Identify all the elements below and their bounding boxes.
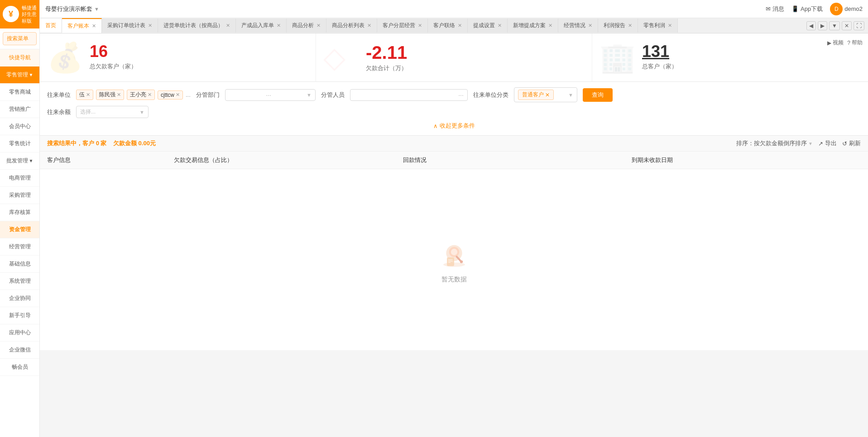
sidebar-item-retail-mgmt[interactable]: 零售管理 ▼: [0, 66, 39, 84]
inventory-label: 库存核算: [9, 209, 31, 216]
tab-new-promotion-plan-close[interactable]: ✕: [548, 23, 552, 28]
dept-filter-select[interactable]: ··· ▼: [225, 89, 316, 101]
person-filter-select[interactable]: ···: [350, 89, 468, 101]
tab-home[interactable]: 首页: [40, 19, 62, 33]
help-icon: ?: [847, 40, 850, 46]
org-selector[interactable]: 母婴行业演示帐套 ▼: [45, 5, 99, 13]
query-button[interactable]: 查询: [583, 88, 613, 102]
tab-retail-profit-close[interactable]: ✕: [668, 23, 672, 28]
category-tag-close[interactable]: ✕: [545, 92, 550, 98]
tab-profit-report[interactable]: 利润报告 ✕: [598, 19, 638, 33]
sidebar-item-finance[interactable]: 资金管理: [0, 221, 39, 238]
sidebar-item-retail-stats[interactable]: 零售统计: [0, 135, 39, 152]
sidebar-item-member-center[interactable]: 会员中心: [0, 118, 39, 135]
filter-tag-2-close[interactable]: ✕: [117, 92, 121, 98]
filter-tag-1[interactable]: 伍 ✕: [76, 90, 93, 100]
tab-bar-controls: ◀ ▶ ▼ ✕ ⛶: [803, 21, 868, 30]
sidebar-item-retail-mall[interactable]: 零售商城: [0, 84, 39, 101]
video-link[interactable]: ▶ 视频: [827, 39, 844, 47]
tab-next-button[interactable]: ▶: [818, 21, 827, 30]
collapse-icon: ∧: [433, 123, 438, 129]
tab-profit-report-label: 利润报告: [604, 22, 625, 29]
app-download-action[interactable]: 📱 App下载: [791, 5, 823, 13]
tab-product-analysis[interactable]: 商品分析 ✕: [287, 19, 326, 33]
tab-customer-contact[interactable]: 客户联络 ✕: [428, 19, 468, 33]
export-button[interactable]: ↗ 导出: [818, 139, 837, 147]
filter-tag-4-close[interactable]: ✕: [176, 92, 180, 98]
sidebar-item-marketing[interactable]: 营销推广: [0, 101, 39, 118]
sidebar-item-new-guide[interactable]: 新手引导: [0, 307, 39, 324]
tab-customer-tier[interactable]: 客户分层经营 ✕: [377, 19, 428, 33]
tab-customer-contact-label: 客户联络: [433, 22, 455, 29]
sidebar-item-operations[interactable]: 经营管理: [0, 238, 39, 256]
tab-new-promotion-plan[interactable]: 新增提成方案 ✕: [508, 19, 558, 33]
tab-retail-profit[interactable]: 零售利润 ✕: [638, 19, 678, 33]
tab-menu-button[interactable]: ▼: [829, 21, 840, 30]
refresh-button[interactable]: ↺ 刷新: [842, 139, 861, 147]
tab-inbound-stats-close[interactable]: ✕: [226, 23, 230, 28]
sidebar-item-inventory[interactable]: 库存核算: [0, 204, 39, 221]
tab-product-analysis-list-close[interactable]: ✕: [367, 23, 371, 28]
tab-customer-tier-close[interactable]: ✕: [418, 23, 422, 28]
result-credit-value: 0.00元: [139, 140, 156, 147]
tab-operations-status-close[interactable]: ✕: [588, 23, 592, 28]
tab-product-inbound-close[interactable]: ✕: [277, 23, 281, 28]
filter-tag-4[interactable]: cjttcw ✕: [158, 90, 183, 100]
tab-promotion-settings[interactable]: 提成设置 ✕: [468, 19, 508, 33]
tab-purchase-order-stats-close[interactable]: ✕: [148, 23, 152, 28]
sidebar-item-sys-mgmt[interactable]: 系统管理: [0, 273, 39, 290]
search-menu-button[interactable]: 搜索菜单: [3, 32, 37, 45]
tab-purchase-order-stats[interactable]: 采购订单统计表 ✕: [102, 19, 158, 33]
category-filter-select[interactable]: 普通客户 ✕ ▼: [514, 87, 577, 102]
tab-product-analysis-label: 商品分析: [292, 22, 314, 29]
sidebar-item-quick-nav[interactable]: 快捷导航: [0, 49, 39, 66]
sidebar-item-basic-info[interactable]: 基础信息: [0, 256, 39, 273]
message-action[interactable]: ✉ 消息: [766, 5, 784, 13]
sidebar-item-enterprise[interactable]: 企业协同: [0, 290, 39, 307]
table-body-empty: 暂无数据: [40, 169, 868, 350]
tab-product-analysis-list[interactable]: 商品分析列表 ✕: [326, 19, 377, 33]
filter-tag-2[interactable]: 陈民强 ✕: [96, 90, 124, 100]
sidebar-item-vip-member[interactable]: 畅会员: [0, 359, 39, 376]
sort-arrow-icon: ▼: [808, 141, 813, 146]
sidebar-item-wechat[interactable]: 企业微信: [0, 342, 39, 359]
tab-fullscreen-button[interactable]: ⛶: [854, 21, 864, 30]
top-header: 母婴行业演示帐套 ▼ ✉ 消息 📱 App下载 D demo2: [40, 0, 868, 18]
stat-top-right: ▶ 视频 ? 帮助: [827, 39, 863, 47]
tab-profit-report-close[interactable]: ✕: [628, 23, 632, 28]
filter-tag-3-close[interactable]: ✕: [148, 92, 152, 98]
tab-promotion-settings-close[interactable]: ✕: [498, 23, 502, 28]
collapse-button[interactable]: ∧ 收起更多条件: [47, 122, 861, 130]
tab-inbound-stats[interactable]: 进货单统计表（按商品） ✕: [158, 19, 236, 33]
balance-filter-label: 往来余额: [47, 108, 71, 116]
filter-more-tags[interactable]: ...: [186, 91, 191, 98]
tab-product-analysis-close[interactable]: ✕: [317, 23, 321, 28]
tab-operations-status[interactable]: 经营情况 ✕: [558, 19, 598, 33]
tab-prev-button[interactable]: ◀: [806, 21, 816, 30]
member-center-label: 会员中心: [9, 123, 31, 130]
video-icon: ▶: [827, 40, 831, 46]
help-link[interactable]: ? 帮助: [847, 39, 863, 47]
person-filter-label: 分管人员: [321, 91, 345, 99]
filter-row-2: 往来余额 选择... ▼: [47, 106, 861, 118]
result-info: 搜索结果中，客户 0 家 欠款金额 0.00元: [47, 139, 156, 147]
retail-mgmt-label: 零售管理: [6, 71, 28, 79]
sidebar-item-app-center[interactable]: 应用中心: [0, 324, 39, 342]
sidebar-item-ecommerce[interactable]: 电商管理: [0, 170, 39, 187]
table-header: 客户信息 欠款交易信息（占比） 回款情况 到期未收款日期: [40, 152, 868, 169]
tab-customer-capital-close[interactable]: ✕: [92, 23, 96, 29]
filter-tag-3-text: 王小亮: [130, 91, 146, 99]
tab-product-inbound[interactable]: 产成品入库单 ✕: [236, 19, 287, 33]
sidebar-item-purchase[interactable]: 采购管理: [0, 187, 39, 204]
filter-tag-3[interactable]: 王小亮 ✕: [127, 90, 155, 100]
filter-tag-1-close[interactable]: ✕: [86, 92, 90, 98]
user-profile[interactable]: D demo2: [830, 3, 863, 15]
tab-close-all-button[interactable]: ✕: [842, 21, 852, 30]
tab-customer-capital[interactable]: 客户账本 ✕: [62, 18, 102, 33]
sort-selector[interactable]: 排序：按欠款金额倒序排序 ▼: [736, 139, 813, 147]
sidebar-logo[interactable]: ¥ 畅捷通好生意 标版: [0, 0, 39, 28]
sidebar-item-batch-mgmt[interactable]: 批发管理 ▼: [0, 152, 39, 170]
balance-filter-select[interactable]: 选择... ▼: [76, 106, 149, 118]
logo-icon: ¥: [3, 6, 19, 22]
tab-customer-contact-close[interactable]: ✕: [458, 23, 462, 28]
